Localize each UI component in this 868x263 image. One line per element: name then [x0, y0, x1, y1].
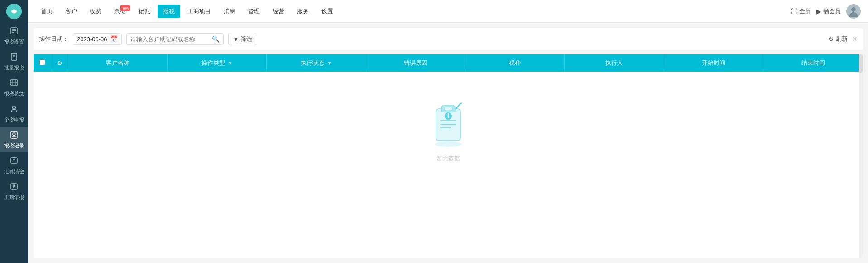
- sidebar-item-batch-tax[interactable]: 批量报税: [0, 49, 28, 74]
- nav-item-home[interactable]: 首页: [35, 5, 58, 18]
- empty-text: 暂无数据: [436, 154, 460, 162]
- logo-area: [0, 0, 28, 23]
- th-exec-status[interactable]: 执行状态 ▼: [267, 54, 366, 72]
- personal-tax-icon: [10, 104, 19, 116]
- nav-item-settings[interactable]: 设置: [316, 5, 339, 18]
- nav-item-billing[interactable]: 收费: [84, 5, 107, 18]
- search-button[interactable]: 🔍: [208, 34, 223, 44]
- date-label: 操作日期：: [39, 35, 68, 43]
- fullscreen-button[interactable]: ⛶ 全屏: [791, 7, 811, 15]
- sidebar-tax-settings-label: 报税设置: [4, 39, 24, 45]
- filter-button[interactable]: ▼ 筛选: [228, 33, 258, 45]
- video-icon: ▶: [816, 8, 821, 15]
- refresh-label: 刷新: [836, 35, 848, 43]
- customer-name-header: 客户名称: [106, 59, 129, 66]
- svg-rect-22: [13, 185, 15, 186]
- nav-item-services[interactable]: 服务: [292, 5, 314, 18]
- th-error-reason: 错误原因: [366, 54, 465, 72]
- nav-item-accounting[interactable]: 记账: [133, 5, 156, 18]
- svg-line-35: [456, 103, 460, 109]
- search-icon: 🔍: [212, 35, 220, 43]
- topnav-right: ⛶ 全屏 ▶ 畅会员: [791, 4, 861, 19]
- empty-state: 暂无数据: [34, 72, 863, 190]
- empty-state-cell: 暂无数据: [34, 72, 863, 190]
- nav-item-customers[interactable]: 客户: [60, 5, 82, 18]
- sidebar-item-tax-records[interactable]: 报税记录: [0, 127, 28, 152]
- content-area: 操作日期： 2023-06-06 📅 🔍 ▼ 筛选 ↻ 刷新 ×: [28, 23, 868, 263]
- th-executor: 执行人: [565, 54, 664, 72]
- tax-settings-icon: [10, 26, 19, 38]
- svg-point-25: [435, 141, 462, 147]
- svg-point-24: [851, 7, 856, 12]
- nav-item-messages[interactable]: 消息: [218, 5, 241, 18]
- end-time-header: 结束时间: [801, 59, 825, 66]
- nav-item-industry[interactable]: 工商项目: [182, 5, 216, 18]
- nav-item-invoices[interactable]: 票据 new: [109, 5, 131, 18]
- invoices-badge: new: [120, 5, 130, 11]
- operation-type-sort-icon: ▼: [228, 61, 232, 66]
- sidebar-annual-report-label: 工商年报: [4, 195, 24, 200]
- filter-label: 筛选: [240, 35, 252, 43]
- scrollbar-track: [859, 54, 863, 258]
- nav-item-tax[interactable]: 报税: [158, 5, 180, 18]
- tax-overview-icon: [10, 78, 19, 89]
- close-button[interactable]: ×: [852, 35, 857, 43]
- sidebar-batch-tax-label: 批量报税: [4, 65, 24, 71]
- executor-header: 执行人: [605, 59, 623, 66]
- date-value: 2023-06-06: [77, 36, 107, 43]
- sidebar-tax-overview-label: 报税总览: [4, 91, 24, 97]
- nav-item-management[interactable]: 管理: [243, 5, 265, 18]
- sidebar-item-settlement[interactable]: 汇算清缴: [0, 152, 28, 178]
- sidebar-item-tax-settings[interactable]: 报税设置: [0, 23, 28, 49]
- empty-state-row: 暂无数据: [34, 72, 863, 190]
- data-table: ⚙ 客户名称 操作类型 ▼ 执行状态 ▼: [34, 54, 863, 190]
- operation-type-header: 操作类型: [201, 59, 225, 66]
- settlement-icon: [10, 156, 19, 167]
- sidebar: 报税设置 批量报税 报税总览: [0, 0, 28, 263]
- calendar-icon: 📅: [110, 35, 118, 43]
- empty-clipboard-illustration: [428, 99, 469, 149]
- annual-report-icon: [10, 182, 19, 193]
- start-time-header: 开始时间: [702, 59, 725, 66]
- table-body: 暂无数据: [34, 72, 863, 190]
- search-input[interactable]: [127, 34, 208, 44]
- refresh-icon: ↻: [828, 35, 834, 43]
- member-button[interactable]: ▶ 畅会员: [816, 7, 841, 15]
- scrollbar-thumb[interactable]: [859, 54, 863, 73]
- batch-tax-icon: [10, 52, 19, 63]
- tax-records-icon: [10, 130, 19, 141]
- member-label: 畅会员: [823, 7, 841, 15]
- sidebar-tax-records-label: 报税记录: [4, 143, 24, 149]
- refresh-button[interactable]: ↻ 刷新: [828, 35, 848, 43]
- th-tax-type: 税种: [465, 54, 565, 72]
- svg-rect-15: [11, 131, 17, 138]
- sidebar-item-annual-report[interactable]: 工商年报: [0, 178, 28, 204]
- main-area: 首页 客户 收费 票据 new 记账 报税 工商项目 消息 管理 经营 服务 设…: [28, 0, 868, 263]
- th-checkbox[interactable]: [34, 54, 52, 72]
- sidebar-item-tax-overview[interactable]: 报税总览: [0, 74, 28, 100]
- top-navigation: 首页 客户 收费 票据 new 记账 报税 工商项目 消息 管理 经营 服务 设…: [28, 0, 868, 23]
- svg-point-34: [447, 117, 448, 118]
- user-avatar[interactable]: [846, 4, 861, 19]
- filter-icon: ▼: [233, 36, 239, 43]
- exec-status-sort-icon: ▼: [327, 61, 332, 66]
- fullscreen-icon: ⛶: [791, 8, 797, 15]
- svg-rect-18: [11, 158, 17, 163]
- svg-point-16: [13, 133, 15, 136]
- nav-item-operations[interactable]: 经营: [267, 5, 290, 18]
- table-container: ⚙ 客户名称 操作类型 ▼ 执行状态 ▼: [34, 54, 863, 258]
- select-all-checkbox[interactable]: [39, 59, 45, 65]
- date-picker[interactable]: 2023-06-06 📅: [73, 33, 122, 45]
- th-end-time: 结束时间: [763, 54, 863, 72]
- settings-column-icon: ⚙: [57, 60, 62, 67]
- tax-type-header: 税种: [509, 59, 521, 66]
- exec-status-header: 执行状态: [301, 59, 324, 66]
- th-settings[interactable]: ⚙: [52, 54, 68, 72]
- th-operation-type[interactable]: 操作类型 ▼: [167, 54, 266, 72]
- error-reason-header: 错误原因: [404, 59, 427, 66]
- toolbar-right: ↻ 刷新 ×: [828, 35, 857, 43]
- sidebar-settlement-label: 汇算清缴: [4, 169, 24, 175]
- nav-items: 首页 客户 收费 票据 new 记账 报税 工商项目 消息 管理 经营 服务 设…: [35, 5, 791, 18]
- sidebar-item-personal-tax[interactable]: 个税申报: [0, 101, 28, 127]
- svg-rect-10: [10, 80, 18, 85]
